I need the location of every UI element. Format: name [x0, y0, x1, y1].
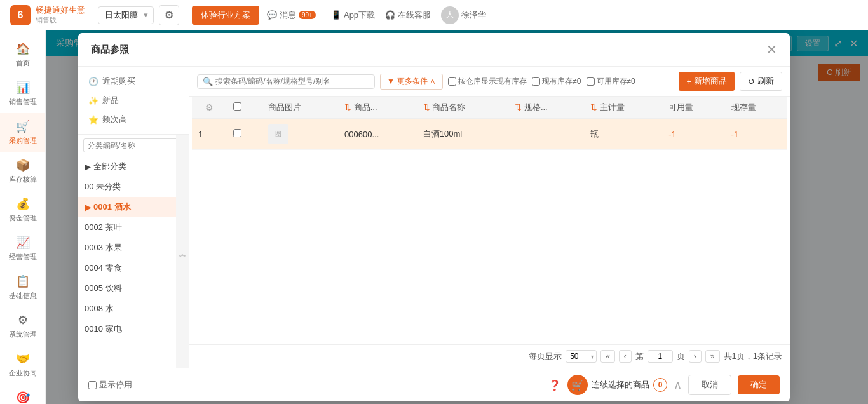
app-logo: 6 畅捷通好生意 销售版 [10, 5, 85, 25]
category-all[interactable]: ▶ 全部分类 [78, 156, 176, 177]
logo-sub: 销售版 [36, 15, 85, 25]
inventory-icon: 📦 [16, 158, 30, 172]
refresh-table-btn[interactable]: ↺ 刷新 [740, 72, 782, 91]
usable-stock-label: 可用库存≠0 [597, 76, 635, 87]
col-gear-icon[interactable]: ⚙ [205, 102, 214, 112]
row-available: -1 [662, 119, 724, 150]
modal-close-btn[interactable]: ✕ [766, 42, 777, 57]
sidebar-item-basic[interactable]: 📋 基础信息 [0, 268, 45, 307]
cart-collapse-btn[interactable]: ∧ [674, 378, 682, 392]
page-next-btn[interactable]: › [689, 350, 702, 363]
tab-frequent[interactable]: ⭐ 频次高 [83, 110, 184, 129]
gear-icon: ⚙ [165, 9, 173, 21]
category-0005[interactable]: 0005 饮料 [78, 278, 176, 299]
total-info: 共1页，1条记录 [724, 351, 782, 362]
product-table-wrapper: ⚙ 商品图片 ⇅ 商品... [189, 97, 790, 344]
messages-label: 消息 [280, 10, 296, 21]
app-download-nav[interactable]: 📱 App下载 [331, 10, 375, 21]
category-all-label: 全部分类 [93, 161, 126, 172]
cancel-btn[interactable]: 取消 [688, 375, 731, 395]
col-name-header[interactable]: ⇅ 商品名称 [417, 97, 508, 119]
footer-right: ❓ 🛒 连续选择的商品 0 ∧ 取消 确定 [548, 375, 780, 395]
collab-icon: 🤝 [16, 352, 30, 366]
row-checkbox[interactable] [233, 129, 241, 137]
plus-icon: + [686, 77, 691, 86]
category-0008[interactable]: 0008 水 [78, 299, 176, 319]
brand-dropdown[interactable]: 日太阳膜 [98, 6, 154, 24]
trial-button[interactable]: 体验行业方案 [192, 6, 259, 25]
help-icon[interactable]: ❓ [548, 379, 561, 391]
sort-arrows-code: ⇅ [344, 102, 351, 112]
usable-stock-checkbox[interactable] [587, 77, 595, 86]
online-service-nav[interactable]: 🎧 在线客服 [385, 10, 431, 21]
select-all-checkbox[interactable] [233, 102, 241, 111]
cart-label: 连续选择的商品 [592, 379, 649, 391]
sidebar-item-finance[interactable]: 💰 资金管理 [0, 191, 45, 229]
table-row[interactable]: 1 图 000600... 白酒100ml [192, 119, 787, 150]
add-product-label: 新增商品 [694, 76, 727, 87]
row-check[interactable] [227, 119, 262, 150]
nonzero-stock-checkbox[interactable] [532, 77, 540, 86]
category-search-input[interactable] [83, 138, 176, 152]
per-page-select[interactable]: 10 20 50 100 [566, 350, 597, 363]
guide-icon: 🎯 [16, 391, 30, 404]
messages-badge: 99+ [299, 11, 316, 19]
page-num-input[interactable] [648, 350, 673, 363]
warehouse-stock-check[interactable]: 按仓库显示现有库存 [448, 76, 527, 87]
message-icon: 💬 [267, 10, 277, 20]
confirm-btn[interactable]: 确定 [738, 375, 780, 394]
sidebar-label-sales: 销售管理 [9, 97, 37, 107]
page-last-btn[interactable]: » [705, 350, 720, 363]
messages-nav[interactable]: 💬 消息 99+ [267, 10, 316, 21]
settings-btn[interactable]: ⚙ [159, 5, 179, 25]
sidebar-item-inventory[interactable]: 📦 库存核算 [0, 152, 45, 191]
col-check-header [227, 97, 262, 119]
headset-icon: 🎧 [385, 10, 395, 20]
system-icon: ⚙ [18, 313, 28, 327]
product-search-input[interactable] [215, 77, 369, 86]
col-code-header[interactable]: ⇅ 商品... [338, 97, 417, 119]
category-00[interactable]: 00 未分类 [78, 177, 176, 197]
sidebar-item-collab[interactable]: 🤝 企业协同 [0, 346, 45, 384]
page-prev-btn[interactable]: ‹ [619, 350, 632, 363]
sidebar-item-sales[interactable]: 📊 销售管理 [0, 74, 45, 113]
user-nav[interactable]: 人 徐泽华 [441, 6, 486, 24]
col-unit-header[interactable]: ⇅ 主计量 [584, 97, 662, 119]
tab-new-label: 新品 [102, 95, 119, 106]
category-0004[interactable]: 0004 零食 [78, 258, 176, 278]
add-product-btn[interactable]: + 新增商品 [679, 72, 735, 91]
col-spec-header[interactable]: ⇅ 规格... [508, 97, 584, 119]
table-toolbar: 🔍 ▼ 更多条件 ∧ 按仓库显示现有库存 [189, 67, 790, 97]
usable-stock-check[interactable]: 可用库存≠0 [587, 76, 635, 87]
sidebar-item-purchase[interactable]: 🛒 采购管理 [0, 113, 45, 152]
cart-btn[interactable]: 🛒 [567, 375, 588, 395]
left-panel-inner: 🔍 ▶ 全部分类 00 未分类 ▶ [78, 135, 189, 368]
per-page-wrap: 10 20 50 100 [566, 350, 597, 363]
sidebar-item-home[interactable]: 🏠 首页 [0, 36, 45, 74]
clock-icon: 🕐 [88, 77, 98, 86]
collapse-panel-btn[interactable]: 《 [176, 135, 189, 368]
warehouse-stock-checkbox[interactable] [448, 77, 456, 86]
sidebar-label-inventory: 库存核算 [9, 175, 37, 184]
col-stock-header: 现存量 [725, 97, 787, 119]
show-disabled-label[interactable]: 显示停用 [88, 379, 132, 391]
brand-name: 日太阳膜 [105, 10, 138, 21]
category-search-row: 🔍 [78, 135, 176, 156]
nonzero-stock-check[interactable]: 现有库存≠0 [532, 76, 581, 87]
main-content: 采购管理 查询 设置 ⤢ ✕ C 刷新 商品参照 ✕ [46, 30, 868, 404]
category-0002[interactable]: 0002 茶叶 [78, 217, 176, 238]
page-first-btn[interactable]: « [600, 350, 615, 363]
more-filter-btn[interactable]: ▼ 更多条件 ∧ [380, 74, 443, 90]
sidebar-item-system[interactable]: ⚙ 系统管理 [0, 307, 45, 346]
tab-recent[interactable]: 🕐 近期购买 [83, 72, 184, 91]
left-panel: 🕐 近期购买 ✨ 新品 ⭐ 频次高 [78, 67, 189, 368]
sidebar-item-guide[interactable]: 🎯 新手引导 [0, 384, 45, 404]
show-disabled-checkbox[interactable] [88, 381, 97, 389]
cart-count: 0 [653, 378, 667, 392]
category-0003[interactable]: 0003 水果 [78, 238, 176, 258]
tab-new[interactable]: ✨ 新品 [83, 91, 184, 110]
category-0010[interactable]: 0010 家电 [78, 319, 176, 339]
sidebar-item-business[interactable]: 📈 经营管理 [0, 229, 45, 268]
sort-arrows-name: ⇅ [423, 102, 430, 112]
category-0001[interactable]: ▶ 0001 酒水 [78, 197, 176, 217]
